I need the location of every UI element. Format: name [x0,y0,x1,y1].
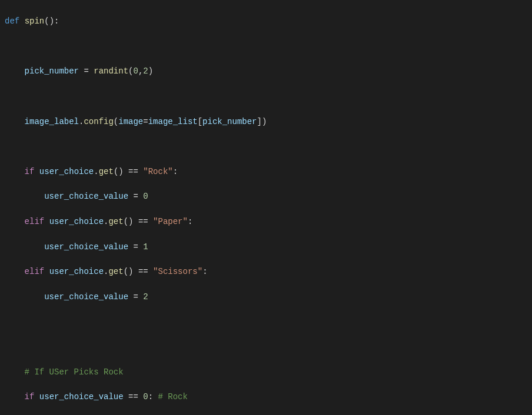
code-line [5,41,527,53]
code-line: if user_choice.get() == "Rock": [5,166,527,178]
code-line: pick_number = randint(0,2) [5,65,527,78]
code-line: elif user_choice.get() == "Scissors": [5,266,527,278]
code-line [5,140,527,153]
code-line: elif user_choice.get() == "Paper": [5,216,527,228]
code-line: image_label.config(image=image_list[pick… [5,116,527,128]
code-line: def spin(): [5,15,527,28]
code-line: user_choice_value = 0 [5,190,527,203]
code-line: if user_choice_value == 0: # Rock [5,391,527,403]
code-editor[interactable]: def spin(): pick_number = randint(0,2) i… [0,0,532,415]
code-line [5,316,527,328]
code-line: user_choice_value = 1 [5,241,527,253]
code-line: user_choice_value = 2 [5,291,527,303]
code-line [5,91,527,103]
code-line [5,341,527,353]
code-line: # If USer Picks Rock [5,366,527,379]
